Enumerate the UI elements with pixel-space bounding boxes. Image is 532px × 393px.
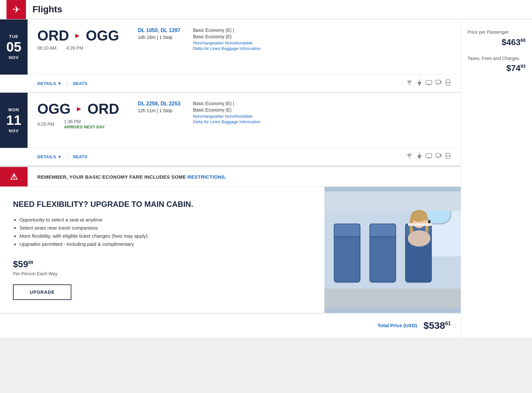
flight-inner-2: OGG ► ORD 9:25 PM 1:36 PM ARRIVES NEXT D… xyxy=(28,93,300,148)
header-icon-bg: ✈ xyxy=(6,0,26,19)
seats-button-2[interactable]: SEATS xyxy=(73,154,88,159)
meta-block-2: DL 2258, DL 2253 12h 11m | 1 Stop xyxy=(128,101,193,113)
times-1: 06:10 AM 4:26 PM xyxy=(37,45,128,51)
svg-rect-17 xyxy=(324,192,461,211)
depart-time-2: 9:25 PM xyxy=(37,122,54,127)
screen-icon-2 xyxy=(435,153,442,161)
restrictions-link[interactable]: RESTRICTIONS xyxy=(187,174,225,180)
flight-duration-1: 14h 16m | 1 Stop xyxy=(138,35,193,40)
baggage-link-2[interactable]: Delta Air Lines Baggage Information xyxy=(193,119,290,124)
svg-rect-11 xyxy=(441,154,441,157)
total-label: Total Price (USD) xyxy=(378,322,417,329)
warning-icon-bg: ⚠ xyxy=(0,167,28,186)
segment-body-2: MON 11 NOV OGG ► ORD xyxy=(0,93,461,148)
upgrade-section: NEED FLEXIBILITY? UPGRADE TO MAIN CABIN.… xyxy=(0,186,461,313)
svg-rect-4 xyxy=(441,81,441,83)
date-num-1: 05 xyxy=(6,40,21,54)
upgrade-title: NEED FLEXIBILITY? UPGRADE TO MAIN CABIN. xyxy=(13,200,311,209)
seat-icon-2 xyxy=(445,153,451,161)
arrive-time-1: 4:26 PM xyxy=(66,45,83,51)
route-and-meta-2: OGG ► ORD 9:25 PM 1:36 PM ARRIVES NEXT D… xyxy=(37,101,290,146)
flight-segment-2: MON 11 NOV OGG ► ORD xyxy=(0,93,461,166)
flight-numbers-2[interactable]: DL 2258, DL 2253 xyxy=(138,101,193,107)
svg-point-27 xyxy=(408,231,430,247)
main-wrapper: TUE 05 NOV ORD ► OGG xyxy=(0,19,532,338)
amenity-icons-1 xyxy=(406,79,451,88)
svg-rect-3 xyxy=(436,80,440,84)
svg-point-26 xyxy=(411,210,427,222)
upgrade-price: $5999 xyxy=(13,259,311,269)
entertainment-icon-2 xyxy=(426,153,432,160)
flight-numbers-1[interactable]: DL 1050, DL 1397 xyxy=(138,28,193,33)
per-passenger-value: $46368 xyxy=(467,37,526,47)
depart-time-1: 06:10 AM xyxy=(37,45,56,51)
seats-button-1[interactable]: SEATS xyxy=(73,81,88,86)
svg-rect-13 xyxy=(446,153,450,156)
date-day-1: TUE xyxy=(9,34,18,39)
route-block-2: OGG ► ORD 9:25 PM 1:36 PM ARRIVES NEXT D… xyxy=(37,101,128,130)
times-2: 9:25 PM 1:36 PM ARRIVES NEXT DAY xyxy=(37,119,128,129)
route-row-2: OGG ► ORD xyxy=(37,101,128,117)
details-divider-1: | xyxy=(67,81,68,87)
arrives-next-day: ARRIVES NEXT DAY xyxy=(64,125,105,129)
flight-segment-1: TUE 05 NOV ORD ► OGG xyxy=(0,19,461,93)
date-month-1: NOV xyxy=(9,55,19,60)
fare-class-1a: Basic Economy (E) | xyxy=(193,28,290,33)
fare-change-link-2[interactable]: Nonchangeable/ Nonrefundable xyxy=(193,114,290,119)
svg-rect-22 xyxy=(370,224,396,237)
svg-rect-19 xyxy=(334,231,360,282)
upgrade-bullet-2: Select seats near travel companions xyxy=(19,225,311,231)
svg-rect-10 xyxy=(436,153,440,157)
svg-rect-18 xyxy=(324,289,461,308)
seat-icon-1 xyxy=(445,79,451,88)
fare-class-2b: Basic Economy (E) xyxy=(193,107,290,113)
baggage-link-1[interactable]: Delta Air Lines Baggage Information xyxy=(193,46,290,51)
taxes-value: $7493 xyxy=(467,63,526,73)
upgrade-bullets: Opportunity to select a seat at anytime … xyxy=(13,217,311,249)
left-content: TUE 05 NOV ORD ► OGG xyxy=(0,19,461,338)
total-price-row: Total Price (USD) $53861 xyxy=(0,313,461,338)
chevron-down-icon-2: ▼ xyxy=(57,154,62,159)
route-row-1: ORD ► OGG xyxy=(37,28,128,44)
arrive-time-2: 1:36 PM xyxy=(64,119,81,124)
date-num-2: 11 xyxy=(6,113,21,127)
flight-duration-2: 12h 11m | 1 Stop xyxy=(138,108,193,113)
details-button-2[interactable]: DETAILS ▼ xyxy=(37,154,62,159)
svg-rect-6 xyxy=(446,80,450,83)
meta-block-1: DL 1050, DL 1397 14h 16m | 1 Stop xyxy=(128,28,193,40)
date-day-2: MON xyxy=(8,107,19,112)
upgrade-left: NEED FLEXIBILITY? UPGRADE TO MAIN CABIN.… xyxy=(0,187,324,313)
details-button-1[interactable]: DETAILS ▼ xyxy=(37,81,62,86)
svg-rect-20 xyxy=(334,224,360,237)
warning-text: REMEMBER, YOUR BASIC ECONOMY FARE INCLUD… xyxy=(28,168,236,185)
route-arrow-1: ► xyxy=(74,31,81,40)
plane-icon: ✈ xyxy=(13,4,20,15)
page-title: Flights xyxy=(32,4,62,15)
per-passenger-label: Price per Passenger xyxy=(467,29,526,36)
wifi-icon-2 xyxy=(406,153,413,160)
warning-banner: ⚠ REMEMBER, YOUR BASIC ECONOMY FARE INCL… xyxy=(0,166,461,186)
upgrade-image xyxy=(324,187,461,313)
fare-change-link-1[interactable]: Nonchangeable/ Nonrefundable xyxy=(193,41,290,45)
entertainment-icon-1 xyxy=(426,80,432,87)
details-bar-1: DETAILS ▼ | SEATS xyxy=(0,75,461,92)
page-header: ✈ Flights xyxy=(0,0,532,19)
origin-1: ORD xyxy=(37,28,69,44)
power-icon-1 xyxy=(417,79,422,88)
upgrade-button[interactable]: UPGRADE xyxy=(13,284,71,300)
fare-class-1b: Basic Economy (E) xyxy=(193,34,290,39)
upgrade-price-note: Per Person Each Way xyxy=(13,271,311,276)
route-arrow-2: ► xyxy=(76,105,83,113)
taxes-label: Taxes, Fees and Charges xyxy=(467,55,526,62)
svg-rect-30 xyxy=(408,223,432,226)
upgrade-bullet-3: More flexibility, with eligible ticket c… xyxy=(19,233,311,239)
power-icon-2 xyxy=(417,153,422,161)
flight-inner-1: ORD ► OGG 06:10 AM 4:26 PM xyxy=(28,19,300,75)
fare-class-2a: Basic Economy (E) | xyxy=(193,101,290,106)
svg-rect-7 xyxy=(426,154,432,158)
route-block-1: ORD ► OGG 06:10 AM 4:26 PM xyxy=(37,28,128,52)
origin-2: OGG xyxy=(37,101,71,117)
segment-body-1: TUE 05 NOV ORD ► OGG xyxy=(0,19,461,75)
amenity-icons-2 xyxy=(406,153,451,161)
destination-1: OGG xyxy=(86,28,119,44)
